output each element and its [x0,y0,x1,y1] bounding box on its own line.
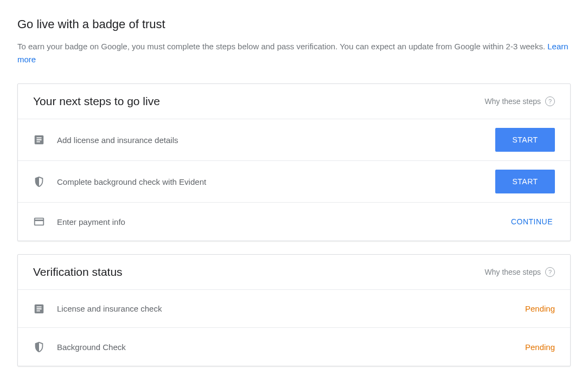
document-icon [33,303,45,315]
continue-payment-button[interactable]: CONTINUE [509,213,555,230]
why-these-steps-link[interactable]: Why these steps ? [485,267,555,277]
shield-icon [33,341,45,353]
credit-card-icon [33,216,45,228]
step-label: Complete background check with Evident [57,177,206,186]
next-steps-header: Your next steps to go live Why these ste… [18,84,570,119]
next-steps-card: Your next steps to go live Why these ste… [17,83,571,241]
help-icon: ? [545,96,555,106]
verification-row-license: License and insurance check Pending [18,290,570,328]
step-label: Enter payment info [57,217,125,227]
why-these-steps-link[interactable]: Why these steps ? [485,96,555,106]
status-badge: Pending [525,304,555,313]
help-icon: ? [545,267,555,277]
next-steps-title: Your next steps to go live [33,95,160,108]
page-description: To earn your badge on Google, you must c… [17,40,571,66]
step-row-background: Complete background check with Evident S… [18,161,570,203]
verification-label: License and insurance check [57,304,162,313]
description-text: To earn your badge on Google, you must c… [17,42,547,51]
verification-status-card: Verification status Why these steps ? Li… [17,254,571,366]
document-icon [33,134,45,146]
why-steps-label: Why these steps [485,268,541,276]
start-background-button[interactable]: START [495,170,555,193]
verification-title: Verification status [33,266,123,279]
page-title: Go live with a badge of trust [17,17,571,31]
step-row-license: Add license and insurance details START [18,119,570,161]
step-label: Add license and insurance details [57,135,178,145]
verification-header: Verification status Why these steps ? [18,255,570,290]
shield-icon [33,176,45,187]
step-row-payment: Enter payment info CONTINUE [18,203,570,241]
verification-row-background: Background Check Pending [18,328,570,366]
why-steps-label: Why these steps [485,97,541,106]
verification-label: Background Check [57,342,126,352]
start-license-button[interactable]: START [495,128,555,152]
status-badge: Pending [525,342,555,352]
